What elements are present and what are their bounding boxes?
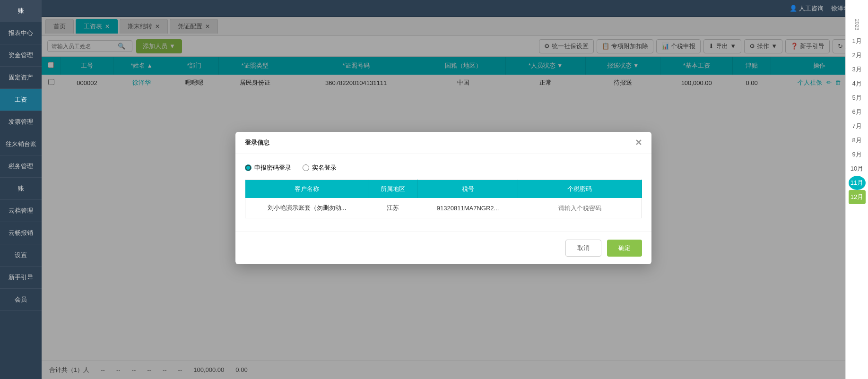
- sidebar-item-report[interactable]: 报表中心: [0, 22, 42, 44]
- dialog-footer: 取消 确定: [235, 232, 651, 264]
- col-client-name: 客户名称: [245, 180, 368, 198]
- sidebar-item-assets[interactable]: 固定资产: [0, 67, 42, 89]
- inner-table-header: 客户名称 所属地区 税号 个税密码: [245, 180, 642, 198]
- ai-consult-label[interactable]: 👤 人工咨询: [790, 4, 824, 13]
- cal-month-8[interactable]: 8月: [849, 133, 866, 147]
- confirm-button[interactable]: 确定: [607, 240, 642, 257]
- dialog-title: 登录信息: [245, 138, 269, 147]
- col-region: 所属地区: [368, 180, 418, 198]
- radio-realname-label: 实名登录: [312, 164, 337, 172]
- radio-password-label: 申报密码登录: [254, 164, 291, 172]
- sidebar-item-expense[interactable]: 云畅报销: [0, 222, 42, 244]
- dialog-header: 登录信息 ✕: [235, 132, 651, 154]
- radio-realname-input[interactable]: [303, 164, 309, 171]
- cal-month-1[interactable]: 1月: [849, 34, 866, 48]
- cal-month-3[interactable]: 3月: [849, 62, 866, 77]
- sidebar-item-ledger[interactable]: 往来销台账: [0, 133, 42, 155]
- sidebar-item-archive[interactable]: 云档管理: [0, 200, 42, 222]
- login-dialog: 登录信息 ✕ 申报密码登录 实名登录 客户名称 所属地区: [235, 132, 651, 264]
- sidebar-item-books[interactable]: 账: [0, 178, 42, 200]
- sidebar-item-fund[interactable]: 资金管理: [0, 44, 42, 67]
- sidebar-item-member[interactable]: 会员: [0, 289, 42, 311]
- sidebar-item-settings[interactable]: 设置: [0, 244, 42, 267]
- tax-password-cell[interactable]: [518, 198, 642, 218]
- cal-month-2[interactable]: 2月: [849, 48, 866, 62]
- inner-table-row: 刘小艳演示账套（勿删勿动... 江苏 91320811MA7NGR2...: [245, 198, 642, 218]
- cal-month-9[interactable]: 9月: [849, 147, 866, 162]
- sidebar-item-salary[interactable]: 工资: [0, 89, 42, 111]
- sidebar-item-invoice[interactable]: 发票管理: [0, 111, 42, 133]
- login-type-radio-group: 申报密码登录 实名登录: [245, 164, 642, 172]
- cal-month-7[interactable]: 7月: [849, 119, 866, 133]
- sidebar: 账 报表中心 资金管理 固定资产 工资 发票管理 往来销台账 税务管理 账 云档…: [0, 0, 42, 379]
- radio-password-login[interactable]: 申报密码登录: [245, 164, 291, 172]
- cal-month-11[interactable]: 11月: [849, 176, 866, 190]
- region-cell: 江苏: [368, 198, 418, 218]
- cal-month-4[interactable]: 4月: [849, 77, 866, 91]
- dialog-overlay: 登录信息 ✕ 申报密码登录 实名登录 客户名称 所属地区: [42, 17, 845, 379]
- sidebar-item-guide[interactable]: 新手引导: [0, 267, 42, 289]
- cal-month-10[interactable]: 10月: [849, 162, 866, 176]
- cal-month-6[interactable]: 6月: [849, 105, 866, 119]
- cal-year-label: 2023: [854, 19, 860, 30]
- radio-realname-login[interactable]: 实名登录: [303, 164, 337, 172]
- col-tax-password: 个税密码: [518, 180, 642, 198]
- topbar: 👤 人工咨询 徐泽华 ✕: [42, 0, 868, 17]
- tax-password-input[interactable]: [523, 205, 636, 212]
- cal-month-5[interactable]: 5月: [849, 91, 866, 105]
- dialog-body: 申报密码登录 实名登录 客户名称 所属地区 税号 个税密码: [235, 154, 651, 228]
- col-tax-id: 税号: [418, 180, 518, 198]
- cal-month-12[interactable]: 12月: [849, 190, 866, 204]
- login-info-table: 客户名称 所属地区 税号 个税密码 刘小艳演示账套（勿删勿动... 江苏 913…: [245, 180, 642, 218]
- dialog-close-icon[interactable]: ✕: [635, 138, 642, 147]
- tax-id-cell: 91320811MA7NGR2...: [418, 198, 518, 218]
- client-name-cell: 刘小艳演示账套（勿删勿动...: [245, 198, 368, 218]
- calendar-sidebar: 2023 1月 2月 3月 4月 5月 6月 7月 8月 9月 10月 11月 …: [845, 0, 868, 379]
- cancel-button[interactable]: 取消: [565, 240, 601, 257]
- sidebar-item-tax[interactable]: 税务管理: [0, 155, 42, 178]
- radio-password-input[interactable]: [245, 164, 252, 171]
- sidebar-item-account[interactable]: 账: [0, 0, 42, 22]
